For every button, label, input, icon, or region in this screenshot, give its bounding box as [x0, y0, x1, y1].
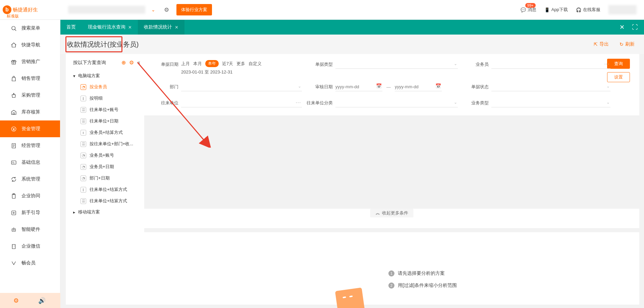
chat-icon: 💬: [521, 7, 526, 12]
sidebar-item-wechat[interactable]: 企业微信: [0, 238, 60, 255]
scheme-item-label: 按业务员: [90, 84, 107, 90]
tab-strip: 首页 现金银行流水查询✕ 收款情况统计✕ ✕ ⛶: [60, 20, 644, 35]
scheme-item[interactable]: ◔部门+日期: [66, 172, 144, 184]
date-tab-custom[interactable]: 自定义: [249, 61, 262, 67]
settings-button[interactable]: 设置: [607, 72, 630, 82]
support-label: 在线客服: [583, 7, 600, 13]
scheme-item[interactable]: ◔业务员+日期: [66, 161, 144, 172]
group-label: 移动端方案: [78, 209, 100, 215]
page-header: 收款情况统计(按业务员) ⇱导出 ↻刷新: [60, 35, 644, 54]
collapse-filters-button[interactable]: ︽ 收起更多条件: [370, 209, 414, 217]
date-tab-7days[interactable]: 近7天: [222, 61, 233, 67]
partner-cat-select[interactable]: [335, 99, 458, 107]
scheme-item[interactable]: ☰往来单位+结算方式: [66, 195, 144, 207]
doc-type-select[interactable]: [335, 60, 458, 69]
query-button[interactable]: 查询: [607, 59, 630, 69]
export-link[interactable]: ⇱导出: [594, 41, 609, 47]
fullscreen-icon[interactable]: ⛶: [632, 24, 638, 31]
scheme-group-mobile[interactable]: ▸移动端方案: [66, 207, 144, 217]
refresh-icon: ↻: [620, 42, 624, 47]
settings-gear-icon[interactable]: ⚙: [164, 6, 169, 13]
scheme-item[interactable]: ⫿按明细: [66, 93, 144, 104]
footer-sound-icon[interactable]: 🔊: [38, 297, 46, 304]
scheme-item-label: 按明细: [90, 95, 103, 101]
scheme-item[interactable]: ◔按业务员: [66, 81, 144, 93]
scheme-settings-icon[interactable]: ⚙: [129, 59, 134, 66]
filter-label: 往来单位: [148, 99, 181, 106]
doc-status-select[interactable]: [491, 83, 610, 91]
sidebar-item-member[interactable]: 畅会员: [0, 255, 60, 271]
collapse-panel-icon[interactable]: «: [137, 59, 140, 66]
app-header: b 畅捷通好生 标准版 ⌄ ⚙ 体验行业方案 💬 消息 99+ 📱 App下载 …: [0, 0, 644, 20]
filter-label: 审核日期: [302, 83, 335, 90]
close-all-icon[interactable]: ✕: [620, 23, 625, 31]
download-link[interactable]: 📱 App下载: [544, 7, 568, 13]
sidebar-item-label: 搜索菜单: [21, 25, 40, 31]
caret-down-icon: ▾: [73, 73, 75, 79]
tab-home[interactable]: 首页: [60, 20, 82, 35]
tab-label: 首页: [66, 24, 76, 30]
agent-input[interactable]: [491, 60, 610, 69]
support-link[interactable]: 🎧 在线客服: [576, 7, 600, 13]
sidebar-item-marketing[interactable]: 营销推广: [0, 53, 60, 70]
empty-step-2: 2用[过滤]条件来缩小分析范围: [388, 283, 457, 289]
bar-icon: ⫾: [80, 130, 86, 136]
scheme-title: 按以下方案查询: [73, 60, 106, 66]
scheme-item[interactable]: ⫾业务员+结算方式: [66, 127, 144, 138]
sidebar-item-collab[interactable]: 企业协同: [0, 188, 60, 204]
date-tab-more[interactable]: 更多: [236, 61, 245, 67]
filter-label: 业务员: [458, 60, 491, 67]
sidebar-item-funds[interactable]: 资金管理: [0, 120, 60, 137]
sidebar-item-sales[interactable]: 销售管理: [0, 70, 60, 87]
filter-label: 单据日期: [148, 60, 181, 67]
scheme-item-label: 业务员+账号: [90, 152, 114, 158]
phone-icon: 📱: [544, 7, 550, 12]
date-tab-thismonth[interactable]: 本月: [193, 61, 202, 67]
scheme-header: 按以下方案查询 ⊕ ⚙ «: [66, 59, 144, 70]
industry-cta-button[interactable]: 体验行业方案: [176, 4, 212, 15]
add-scheme-icon[interactable]: ⊕: [121, 59, 126, 66]
dept-select[interactable]: [181, 83, 302, 91]
date-range-text: 2023-01-01 至 2023-12-31: [181, 69, 302, 75]
sidebar-item-search[interactable]: 搜索菜单: [0, 20, 60, 37]
sidebar-item-inventory[interactable]: 库存核算: [0, 104, 60, 120]
sidebar-item-quicknav[interactable]: 快捷导航: [0, 37, 60, 53]
scheme-item[interactable]: ⫿往来单位+结算方式: [66, 184, 144, 195]
footer-gear-icon[interactable]: ⚙: [13, 297, 19, 304]
org-chevron-icon[interactable]: ⌄: [151, 7, 155, 12]
sidebar-item-hardware[interactable]: 智能硬件: [0, 221, 60, 238]
step-number-icon: 2: [388, 283, 394, 289]
partner-input[interactable]: [181, 99, 302, 107]
scheme-item[interactable]: ☰往来单位+账号: [66, 104, 144, 115]
biz-type-select[interactable]: [491, 99, 610, 107]
sidebar-item-basedata[interactable]: 基础信息: [0, 154, 60, 171]
org-selector-blurred[interactable]: [68, 6, 145, 14]
tab-receipts[interactable]: 收款情况统计✕: [138, 20, 184, 35]
tab-cashflow[interactable]: 现金银行流水查询✕: [82, 20, 138, 35]
card-icon: [11, 159, 17, 165]
sidebar-item-guide[interactable]: 新手引导: [0, 204, 60, 221]
scheme-group-pc[interactable]: ▾电脑端方案: [66, 70, 144, 81]
scheme-item[interactable]: ◔业务员+账号: [66, 150, 144, 161]
date-tab-thisyear[interactable]: 本年: [205, 60, 219, 67]
audit-date-to[interactable]: [395, 83, 442, 91]
messages-link[interactable]: 💬 消息 99+: [521, 7, 536, 13]
close-icon[interactable]: ✕: [128, 25, 132, 30]
close-icon[interactable]: ✕: [175, 25, 178, 30]
sidebar-item-system[interactable]: 系统管理: [0, 171, 60, 188]
group-label: 电脑端方案: [78, 73, 100, 79]
svg-line-1: [15, 29, 16, 30]
scheme-item[interactable]: ☰往来单位+日期: [66, 115, 144, 127]
header-right: 💬 消息 99+ 📱 App下载 🎧 在线客服: [521, 5, 637, 14]
svg-rect-17: [12, 228, 16, 231]
scheme-item[interactable]: ☰按往来单位+部门+收...: [66, 138, 144, 150]
audit-date-from[interactable]: [335, 83, 382, 91]
sidebar-footer: ⚙ 🔊: [0, 293, 60, 308]
refresh-link[interactable]: ↻刷新: [620, 41, 635, 47]
sidebar-item-business[interactable]: 经营管理: [0, 137, 60, 154]
sparkle-icon: [11, 210, 17, 216]
date-tab-lastmonth[interactable]: 上月: [181, 61, 190, 67]
filter-panel: 查询 设置 单据日期 上月 本月 本年 近7天 更多 自定义 2023-01-0…: [144, 54, 639, 115]
sidebar-item-purchase[interactable]: 采购管理: [0, 87, 60, 104]
user-avatar-blurred[interactable]: [608, 5, 637, 14]
